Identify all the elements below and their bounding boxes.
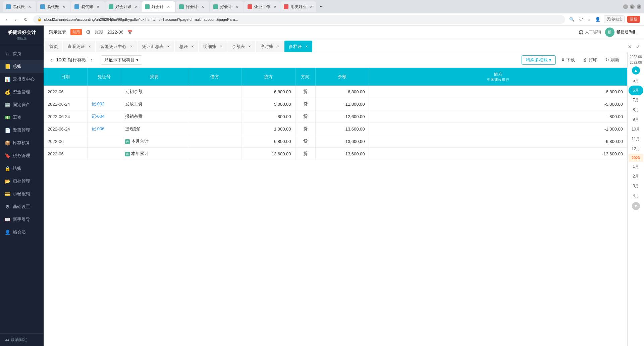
tab-smart-voucher[interactable]: 智能凭证中心 ✕ bbox=[96, 41, 137, 52]
sidebar-item-funds[interactable]: 💰 资金管理 bbox=[0, 86, 44, 98]
close-tab-detail[interactable]: ✕ bbox=[220, 45, 222, 48]
window-maximize[interactable]: □ bbox=[630, 4, 635, 9]
close-tab-balance[interactable]: ✕ bbox=[248, 45, 251, 48]
nav-forward-btn[interactable]: › bbox=[13, 16, 19, 23]
close-tab-smart[interactable]: ✕ bbox=[130, 45, 132, 48]
close-tab-general[interactable]: ✕ bbox=[191, 45, 194, 48]
date-month-2023-1[interactable]: 1月 bbox=[629, 162, 643, 171]
sidebar-item-invoice[interactable]: 📄 发票管理 bbox=[0, 124, 44, 137]
tab-voucher-view[interactable]: 查看凭证 ✕ bbox=[63, 41, 95, 52]
tab-close-2[interactable]: ✕ bbox=[62, 5, 65, 9]
window-minimize[interactable]: ─ bbox=[623, 4, 628, 9]
sidebar-item-close[interactable]: 🔒 结账 bbox=[0, 162, 44, 175]
sidebar-item-inventory[interactable]: 📦 库存核算 bbox=[0, 137, 44, 149]
calendar-icon[interactable]: 📅 bbox=[127, 30, 132, 35]
date-month-9[interactable]: 9月 bbox=[629, 115, 643, 125]
ledger-main: ‹ 1002 银行存款 › 只显示下级科目 ▾ 特殊多栏账 ▾ bbox=[44, 52, 627, 346]
tab-general-ledger[interactable]: 总账 ✕ bbox=[175, 41, 198, 52]
tab-close-3[interactable]: ✕ bbox=[97, 5, 99, 9]
tab-detail-ledger[interactable]: 明细账 ✕ bbox=[199, 41, 227, 52]
date-month-10[interactable]: 10月 bbox=[629, 125, 643, 134]
browser-tab-3[interactable]: 易代账 ✕ bbox=[71, 1, 105, 12]
print-btn[interactable]: 🖨 打印 bbox=[580, 56, 600, 64]
voucher-link-2[interactable]: 记-004 bbox=[92, 114, 105, 119]
sidebar-item-payroll[interactable]: 💵 工资 bbox=[0, 111, 44, 124]
nav-back-btn[interactable]: ‹ bbox=[4, 16, 10, 23]
browser-tab-8[interactable]: 企业工作 ✕ bbox=[244, 1, 280, 12]
nav-refresh-btn[interactable]: ↻ bbox=[22, 16, 30, 23]
browser-tab-2[interactable]: 易代账 ✕ bbox=[37, 1, 70, 12]
close-panel-icon[interactable]: ✕ bbox=[627, 43, 633, 51]
tab-home[interactable]: 首页 bbox=[45, 41, 62, 52]
browser-tab-5[interactable]: 好会计 ✕ bbox=[142, 1, 175, 12]
next-account-btn[interactable]: › bbox=[89, 56, 94, 64]
tab-multi-col[interactable]: 多栏账 ✕ bbox=[284, 41, 312, 52]
voucher-link-3[interactable]: 记-006 bbox=[92, 126, 105, 131]
date-nav-down[interactable]: ▼ bbox=[632, 202, 640, 210]
unpin-btn[interactable]: ◂◂ 取消固定 bbox=[5, 337, 39, 343]
tab-close-1[interactable]: ✕ bbox=[28, 5, 31, 9]
sidebar-item-home[interactable]: ⌂ 首页 bbox=[0, 47, 44, 60]
tab-close-8[interactable]: ✕ bbox=[274, 5, 276, 9]
sidebar-item-member[interactable]: 👤 畅会员 bbox=[0, 226, 44, 239]
browser-tab-9[interactable]: 用友好业 ✕ bbox=[280, 1, 316, 12]
sidebar-label-home: 首页 bbox=[13, 51, 21, 57]
date-month-6[interactable]: 6月 bbox=[629, 86, 643, 95]
url-bar[interactable]: 🔒 cloud2.chanjet.com/accounting/uh26t264… bbox=[33, 15, 565, 24]
browser-tab-4[interactable]: 好会计账 ✕ bbox=[105, 1, 141, 12]
search-icon[interactable]: 🔍 bbox=[569, 16, 575, 22]
user-avatar[interactable]: 畅 bbox=[605, 28, 614, 37]
date-month-7[interactable]: 7月 bbox=[629, 95, 643, 105]
multi-col-btn[interactable]: 特殊多栏账 ▾ bbox=[522, 55, 556, 65]
settings-icon[interactable]: ⚙ bbox=[86, 29, 91, 35]
date-nav-up[interactable]: ▲ bbox=[632, 66, 640, 75]
filter-dropdown[interactable]: 只显示下级科目 ▾ bbox=[101, 55, 142, 65]
shield-icon[interactable]: 🛡 bbox=[578, 16, 584, 22]
tab-voucher-summary[interactable]: 凭证汇总表 ✕ bbox=[138, 41, 174, 52]
consult-btn[interactable]: 🎧 人工咨询 bbox=[579, 29, 601, 35]
sidebar-item-fixed[interactable]: 🏢 固定资产 bbox=[0, 98, 44, 111]
window-close[interactable]: ✕ bbox=[637, 4, 641, 9]
close-tab-voucher-view[interactable]: ✕ bbox=[88, 45, 91, 48]
star-icon[interactable]: ☆ bbox=[586, 16, 592, 22]
demo-badge[interactable]: 禁用 bbox=[70, 29, 82, 35]
date-month-5[interactable]: 5月 bbox=[629, 76, 643, 86]
date-month-2023-4[interactable]: 4月 bbox=[629, 191, 643, 201]
expand-panel-icon[interactable]: ⤢ bbox=[635, 43, 641, 51]
new-tab-btn[interactable]: + bbox=[317, 1, 327, 12]
close-tab-multi-col[interactable]: ✕ bbox=[305, 45, 308, 48]
date-month-11[interactable]: 11月 bbox=[629, 134, 643, 144]
fixed-icon: 🏢 bbox=[5, 102, 10, 107]
tab-close-4[interactable]: ✕ bbox=[135, 5, 138, 9]
date-month-12[interactable]: 12月 bbox=[629, 144, 643, 154]
date-month-2023-2[interactable]: 2月 bbox=[629, 171, 643, 181]
tab-close-9[interactable]: ✕ bbox=[310, 5, 313, 9]
tab-journal[interactable]: 序时账 ✕ bbox=[256, 41, 284, 52]
sidebar-item-tax[interactable]: 🔖 税务管理 bbox=[0, 149, 44, 162]
date-month-8[interactable]: 8月 bbox=[629, 105, 643, 115]
sidebar-item-reports[interactable]: 📊 云报表中心 bbox=[0, 73, 44, 86]
update-btn[interactable]: 更新 bbox=[627, 16, 640, 23]
tab-close-6[interactable]: ✕ bbox=[201, 5, 204, 9]
tab-close-5[interactable]: ✕ bbox=[167, 5, 170, 9]
close-tab-journal[interactable]: ✕ bbox=[277, 45, 279, 48]
sidebar-item-guide[interactable]: 📖 新手引导 bbox=[0, 213, 44, 226]
browser-tab-1[interactable]: 易代账 ✕ bbox=[3, 1, 36, 12]
sidebar-item-expense[interactable]: 💳 小畅报销 bbox=[0, 188, 44, 200]
sidebar-item-ledger[interactable]: 📒 总账 bbox=[0, 60, 44, 73]
tab-balance[interactable]: 余额表 ✕ bbox=[227, 41, 255, 52]
close-tab-summary[interactable]: ✕ bbox=[167, 45, 170, 48]
date-month-2023-3[interactable]: 3月 bbox=[629, 181, 643, 191]
profile-icon[interactable]: 👤 bbox=[594, 16, 601, 22]
wuhen-btn[interactable]: 无痕模式 bbox=[604, 15, 625, 23]
sidebar-item-settings[interactable]: ⚙ 基础设置 bbox=[0, 200, 44, 213]
sidebar-item-archive[interactable]: 📂 归档管理 bbox=[0, 175, 44, 188]
date-year-2023[interactable]: 2023 bbox=[629, 154, 643, 162]
download-btn[interactable]: ⬇ 下载 bbox=[558, 56, 578, 64]
refresh-btn[interactable]: ↻ 刷新 bbox=[603, 56, 622, 64]
prev-account-btn[interactable]: ‹ bbox=[49, 56, 53, 64]
voucher-link-1[interactable]: 记-002 bbox=[92, 101, 105, 106]
tab-close-7[interactable]: ✕ bbox=[235, 5, 238, 9]
browser-tab-7[interactable]: 好会计 ✕ bbox=[210, 1, 244, 12]
browser-tab-6[interactable]: 好会计 ✕ bbox=[176, 1, 209, 12]
